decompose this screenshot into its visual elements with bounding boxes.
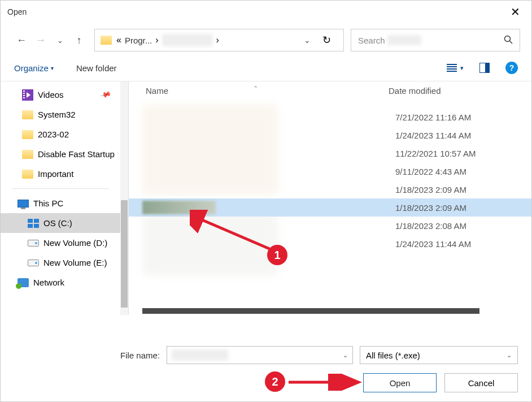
folder-icon: [22, 130, 33, 139]
sidebar-item-network[interactable]: Network: [1, 273, 120, 292]
annotation-badge-1: 1: [267, 245, 287, 265]
window-title: Open: [7, 7, 27, 16]
crumb-sep: ›: [155, 35, 158, 45]
pin-icon: 📌: [99, 89, 111, 101]
drive-os-icon: [28, 219, 39, 228]
chevron-down-icon: ▾: [460, 64, 464, 72]
file-row[interactable]: 9/11/2022 4:43 AM: [129, 162, 531, 180]
sidebar-item-thispc[interactable]: This PC: [1, 193, 120, 213]
filename-redacted: [172, 349, 228, 361]
file-row[interactable]: 1/18/2023 2:08 AM: [129, 217, 531, 235]
file-row[interactable]: 1/24/2023 11:44 AM: [129, 235, 531, 253]
svg-point-0: [505, 36, 511, 41]
file-hscrollbar[interactable]: [142, 307, 509, 315]
file-row[interactable]: 1/18/2023 2:09 AM: [129, 180, 531, 198]
file-row[interactable]: 7/21/2022 11:16 AM: [129, 108, 531, 126]
navigation-tree: Videos 📌 System32 2023-02 Disable Fast S…: [1, 81, 120, 315]
annotation-arrow-2: [283, 374, 368, 391]
refresh-button[interactable]: ↻: [315, 34, 338, 46]
annotation-badge-2: 2: [265, 371, 285, 392]
dialog-body: Videos 📌 System32 2023-02 Disable Fast S…: [1, 81, 531, 315]
filetype-select[interactable]: All files (*.exe) ⌄: [360, 346, 518, 364]
crumb-sep: ›: [216, 35, 219, 45]
folder-icon: [22, 170, 33, 179]
file-list: Name ⌃ Date modified 7/21/2022 11:16 AM …: [129, 81, 531, 315]
breadcrumb-redacted: [162, 34, 213, 46]
search-redacted: [387, 35, 421, 45]
search-placeholder: Search: [358, 36, 385, 45]
address-dropdown[interactable]: ⌄: [299, 36, 315, 45]
network-icon: [18, 278, 29, 287]
new-folder-button[interactable]: New folder: [76, 63, 117, 73]
column-name[interactable]: Name ⌃: [129, 86, 383, 96]
video-icon: [22, 89, 33, 101]
address-bar[interactable]: « Progr... › › ⌄ ↻: [94, 29, 344, 51]
close-button[interactable]: ✕: [506, 5, 525, 19]
titlebar: Open ✕: [1, 1, 531, 23]
column-date[interactable]: Date modified: [383, 86, 441, 96]
organize-menu[interactable]: Organize ▾: [14, 63, 54, 73]
chevron-down-icon: ⌄: [507, 352, 512, 359]
sidebar-item-nv-e[interactable]: New Volume (E:): [1, 253, 120, 273]
folder-icon: [22, 110, 33, 119]
sidebar-item-videos[interactable]: Videos 📌: [1, 85, 120, 105]
search-icon[interactable]: [504, 35, 513, 46]
toolbar: Organize ▾ New folder ▾ ?: [1, 57, 531, 81]
file-row[interactable]: 11/22/2021 10:57 AM: [129, 144, 531, 162]
up-button[interactable]: ↑: [69, 31, 89, 50]
svg-line-1: [510, 41, 513, 44]
filename-input[interactable]: ⌄: [167, 346, 353, 364]
crumb-prefix: «: [116, 35, 121, 45]
sidebar-item-dfs[interactable]: Disable Fast Startup: [1, 144, 120, 164]
file-row-selected[interactable]: 1/18/2023 2:09 AM: [129, 198, 531, 217]
list-view-icon: [447, 64, 457, 72]
sidebar-item-os-c[interactable]: OS (C:): [1, 213, 120, 233]
folder-icon: [101, 36, 112, 45]
chevron-down-icon[interactable]: ⌄: [343, 352, 348, 359]
forward-button[interactable]: →: [31, 31, 50, 50]
back-button[interactable]: ←: [12, 31, 31, 50]
sidebar-item-system32[interactable]: System32: [1, 105, 120, 124]
open-button[interactable]: Open: [363, 373, 437, 392]
filename-label: File name:: [120, 351, 160, 360]
svg-line-3: [198, 218, 277, 252]
folder-icon: [22, 150, 33, 159]
navbar: ← → ⌄ ↑ « Progr... › › ⌄ ↻ Search: [1, 23, 531, 57]
drive-icon: [28, 260, 39, 266]
view-menu[interactable]: ▾: [447, 64, 464, 72]
search-input[interactable]: Search: [351, 29, 520, 51]
breadcrumb-segment[interactable]: Progr...: [125, 36, 152, 45]
sidebar-scrollbar[interactable]: [120, 81, 128, 315]
file-row[interactable]: 1/24/2023 11:44 AM: [129, 126, 531, 144]
dialog-footer: File name: ⌄ All files (*.exe) ⌄ Open Ca…: [1, 337, 531, 401]
sidebar-item-nv-d[interactable]: New Volume (D:): [1, 233, 120, 253]
help-button[interactable]: ?: [505, 62, 518, 74]
sort-indicator-icon: ⌃: [253, 85, 258, 92]
sidebar-item-2023-02[interactable]: 2023-02: [1, 124, 120, 144]
sidebar-item-important[interactable]: Important: [1, 164, 120, 184]
drive-icon: [28, 240, 39, 247]
column-headers: Name ⌃ Date modified: [129, 81, 531, 100]
recent-dropdown[interactable]: ⌄: [50, 31, 69, 50]
preview-pane-button[interactable]: [479, 63, 490, 73]
cancel-button[interactable]: Cancel: [444, 373, 518, 392]
pc-icon: [18, 200, 29, 208]
